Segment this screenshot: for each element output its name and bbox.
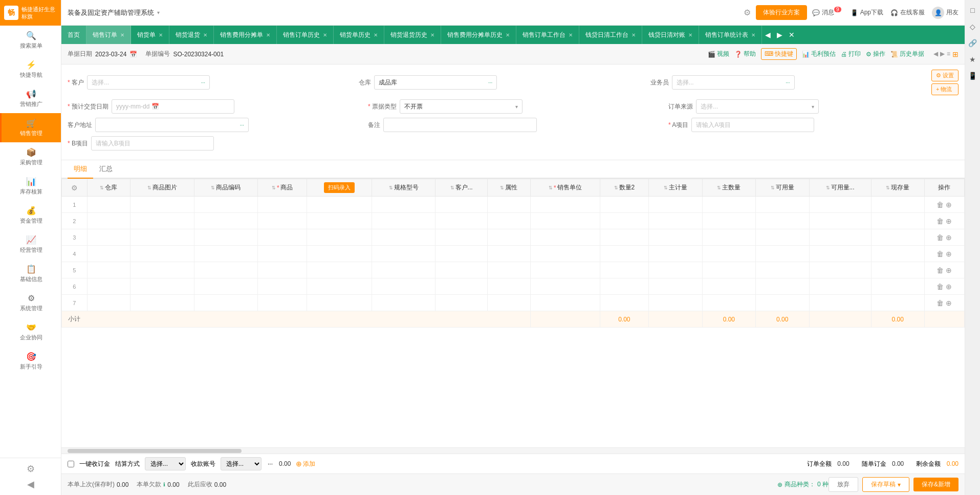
cell-operations[interactable]: 🗑⊕ [924,262,964,278]
sidebar-item-营销推广[interactable]: 📢营销推广 [0,84,61,113]
tab-10[interactable]: 钱贷日清工作台✕ [579,26,642,44]
grid-view-btn[interactable]: ⊞ [952,50,959,58]
sort-icon[interactable]: ⇅ [450,185,454,190]
quick-payment-checkbox[interactable] [68,461,74,467]
delivery-date-input[interactable]: yyyy-mm-dd 📅 [112,99,234,114]
cell-operations[interactable]: 🗑⊕ [924,229,964,246]
horizontal-scrollbar[interactable] [61,447,965,454]
sidebar-item-采购管理[interactable]: 📦采购管理 [0,142,61,171]
save-new-btn[interactable]: 保存&新增 [913,478,959,491]
logistics-side-btn[interactable]: + 物流 [931,83,959,95]
copy-row-btn[interactable]: ⊕ [946,233,952,242]
right-panel-btn-3[interactable]: 🔗 [967,37,979,49]
tab-close-all[interactable]: ✕ [786,31,798,39]
col-settings-icon[interactable]: ⚙ [71,184,78,192]
right-panel-btn-2[interactable]: ◇ [967,20,979,33]
customer-input[interactable]: 选择... ··· [87,75,210,90]
tab-close-icon[interactable]: ✕ [631,32,636,38]
col-header-settings[interactable]: ⚙ [62,179,88,197]
delete-row-btn[interactable]: 🗑 [937,250,944,258]
tab-close-icon[interactable]: ✕ [506,32,510,38]
sidebar-item-销售管理[interactable]: 🛒销售管理 [0,113,61,142]
tab-close-icon[interactable]: ✕ [159,32,163,38]
tab-1[interactable]: 销售订单✕ [86,26,131,44]
tab-7[interactable]: 销货退货历史✕ [384,26,441,44]
settings-side-btn[interactable]: ⚙ 设置 [931,70,959,81]
right-panel-btn-5[interactable]: 📱 [967,70,979,82]
tab-nav-next[interactable]: ▶ [774,31,786,39]
sort-icon[interactable]: ⇅ [211,185,215,190]
tab-close-icon[interactable]: ✕ [323,32,327,38]
shortcut-btn[interactable]: ⌨ 快捷键 [761,48,797,60]
industry-solution-btn[interactable]: 体验行业方案 [756,5,807,20]
right-panel-btn-1[interactable]: □ [967,4,979,16]
notifications-btn[interactable]: 💬 消息 9 [812,8,843,17]
delete-row-btn[interactable]: 🗑 [937,233,944,242]
copy-row-btn[interactable]: ⊕ [946,299,952,307]
tab-close-icon[interactable]: ✕ [266,32,270,38]
tab-close-icon[interactable]: ✕ [751,32,755,38]
tab-9[interactable]: 销售订单工作台✕ [516,26,579,44]
customer-address-input[interactable]: ··· [95,118,249,132]
cell-operations[interactable]: 🗑⊕ [924,246,964,262]
delete-row-btn[interactable]: 🗑 [937,201,944,209]
sidebar-settings-btn[interactable]: ⚙ [27,463,35,475]
b-project-input[interactable]: 请输入B项目 [91,136,214,150]
copy-row-btn[interactable]: ⊕ [946,266,952,274]
sidebar-item-企业协同[interactable]: 🤝企业协同 [0,317,61,347]
sort-icon[interactable]: ⇅ [614,185,618,190]
topbar-gear-icon[interactable]: ⚙ [744,8,751,17]
sidebar-item-库存核算[interactable]: 📊库存核算 [0,171,61,201]
bank-select[interactable]: 选择... [221,457,262,470]
tab-8[interactable]: 销售费用分摊单历史✕ [441,26,516,44]
sort-icon[interactable]: ⇅ [147,185,151,190]
profit-estimate-btn[interactable]: 📊毛利预估 [802,50,836,58]
cell-operations[interactable]: 🗑⊕ [924,295,964,311]
sort-icon[interactable]: ⇅ [717,185,721,190]
nav-prev-btn[interactable]: ◀ [933,50,938,58]
a-project-input[interactable]: 请输入A项目 [691,118,814,132]
notes-input[interactable] [383,118,537,132]
sidebar-item-资金管理[interactable]: 💰资金管理 [0,201,61,230]
tab-0[interactable]: 首页 [61,26,86,44]
print-btn[interactable]: 🖨打印 [841,50,861,58]
sidebar-item-经营管理[interactable]: 📈经营管理 [0,230,61,259]
tab-close-icon[interactable]: ✕ [688,32,692,38]
delete-row-btn[interactable]: 🗑 [937,299,944,307]
sort-icon[interactable]: ⇅ [100,185,104,190]
app-download-btn[interactable]: 📱 App下载 [851,8,883,17]
tab-close-icon[interactable]: ✕ [569,32,573,38]
discard-btn[interactable]: 放弃 [829,477,858,492]
settlement-select[interactable]: 选择... [145,457,186,470]
copy-row-btn[interactable]: ⊕ [946,250,952,258]
tab-nav-prev[interactable]: ◀ [762,31,774,39]
video-btn[interactable]: 🎬视频 [708,50,729,58]
tab-2[interactable]: 销货单✕ [131,26,169,44]
copy-row-btn[interactable]: ⊕ [946,201,952,209]
detail-tab-明细[interactable]: 明细 [68,160,93,179]
sort-icon[interactable]: ⇅ [272,185,276,190]
help-btn[interactable]: ❓帮助 [734,50,756,58]
sort-icon[interactable]: ⇅ [826,185,830,190]
detail-tab-汇总[interactable]: 汇总 [93,160,119,179]
col-header-operations[interactable]: 操作 [924,179,964,197]
order-source-input[interactable]: 选择... ▾ [696,99,819,114]
save-draft-arrow[interactable]: ▾ [898,481,901,488]
sidebar-collapse-btn[interactable]: ◀ [27,479,34,490]
tab-close-icon[interactable]: ✕ [203,32,207,38]
add-payment-btn[interactable]: ⊕ 添加 [296,460,315,468]
tab-5[interactable]: 销售订单历史✕ [277,26,334,44]
scan-btn[interactable]: 扫码录入 [324,182,355,193]
nav-next-btn[interactable]: ▶ [940,50,945,58]
tab-6[interactable]: 销货单历史✕ [334,26,384,44]
online-service-btn[interactable]: 🎧 在线客服 [890,8,925,17]
tab-close-icon[interactable]: ✕ [430,32,434,38]
sort-icon[interactable]: ⇅ [500,185,504,190]
delete-row-btn[interactable]: 🗑 [937,283,944,291]
cell-operations[interactable]: 🗑⊕ [924,197,964,213]
cell-operations[interactable]: 🗑⊕ [924,278,964,295]
balance-info-icon[interactable]: ℹ [163,482,165,487]
tab-close-icon[interactable]: ✕ [374,32,378,38]
tab-close-icon[interactable]: ✕ [120,32,124,38]
sort-icon[interactable]: ⇅ [771,185,775,190]
